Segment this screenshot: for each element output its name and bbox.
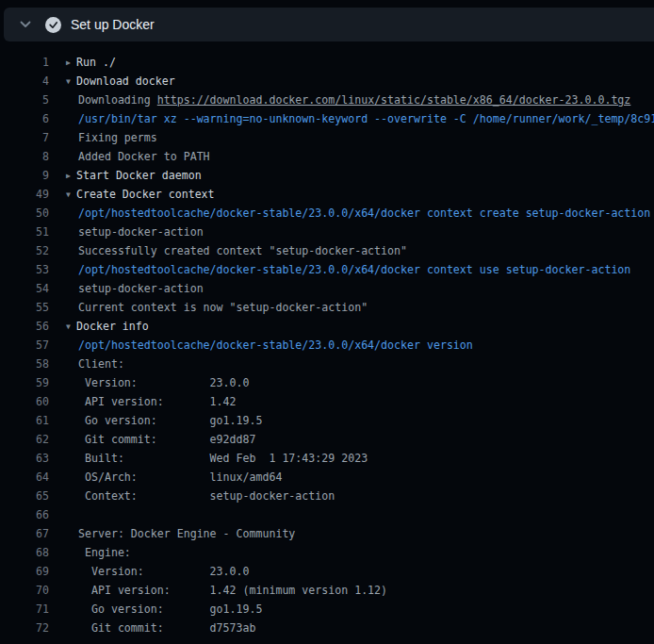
log-text: setup-docker-action [49, 223, 654, 241]
group-label: Run ./ [76, 56, 116, 69]
plain-text: API version: 1.42 [78, 395, 237, 408]
log-line: 52Successfully created context "setup-do… [0, 241, 654, 260]
line-number[interactable]: 8 [0, 147, 49, 166]
line-number[interactable]: 49 [0, 185, 49, 204]
plain-text: setup-docker-action [78, 282, 204, 295]
log-line: 70 API version: 1.42 (minimum version 1.… [0, 581, 654, 600]
line-number[interactable]: 62 [0, 430, 49, 449]
log-line: 8Added Docker to PATH [0, 147, 654, 166]
log-line: 64 OS/Arch: linux/amd64 [0, 468, 654, 487]
line-number[interactable]: 70 [0, 581, 49, 600]
log-text: OS/Arch: linux/amd64 [49, 468, 654, 487]
log-command-text: /opt/hostedtoolcache/docker-stable/23.0.… [49, 260, 654, 279]
line-number[interactable]: 71 [0, 600, 49, 619]
line-number[interactable]: 72 [0, 619, 49, 637]
line-number[interactable]: 68 [0, 543, 49, 562]
command-text: /opt/hostedtoolcache/docker-stable/23.0.… [78, 263, 630, 276]
line-number[interactable]: 58 [0, 355, 49, 373]
line-number[interactable]: 53 [0, 260, 49, 279]
plain-text: Current context is now "setup-docker-act… [78, 301, 368, 314]
log-line: 57/opt/hostedtoolcache/docker-stable/23.… [0, 336, 654, 355]
line-number[interactable]: 64 [0, 468, 49, 487]
group-expanded-icon[interactable]: ▼ [66, 186, 76, 204]
line-number[interactable]: 55 [0, 298, 49, 317]
line-number[interactable]: 50 [0, 204, 49, 223]
plain-text: Version: 23.0.0 [78, 565, 249, 578]
line-number[interactable]: 9 [0, 166, 49, 185]
line-number[interactable]: 65 [0, 487, 49, 505]
group-label: Download docker [76, 74, 175, 88]
plain-text: Git commit: e92dd87 [78, 433, 255, 446]
plain-text: API version: 1.42 (minimum version 1.12) [78, 584, 387, 597]
log-text: Downloading https://download.docker.com/… [49, 91, 654, 109]
command-text: /opt/hostedtoolcache/docker-stable/23.0.… [78, 206, 650, 220]
line-number[interactable]: 61 [0, 411, 49, 430]
group-collapsed-icon[interactable]: ▶ [66, 54, 76, 72]
log-line: 51setup-docker-action [0, 223, 654, 241]
log-text: Context: setup-docker-action [49, 487, 654, 505]
line-number[interactable]: 7 [0, 128, 49, 147]
log-link[interactable]: https://download.docker.com/linux/static… [157, 93, 631, 107]
log-line: 72 Git commit: d7573ab [0, 619, 654, 637]
log-text: Git commit: d7573ab [49, 619, 654, 637]
group-label: Docker info [76, 320, 149, 333]
line-number[interactable]: 52 [0, 241, 49, 260]
log-line: 63 Built: Wed Feb 1 17:43:29 2023 [0, 449, 654, 468]
log-text: Go version: go1.19.5 [49, 411, 654, 430]
plain-text: Built: Wed Feb 1 17:43:29 2023 [78, 452, 368, 465]
line-number[interactable]: 54 [0, 279, 49, 298]
group-collapsed-icon[interactable]: ▶ [66, 167, 76, 185]
plain-text: Fixing perms [78, 131, 157, 144]
log-text: API version: 1.42 (minimum version 1.12) [49, 581, 654, 600]
plain-text: Git commit: d7573ab [78, 621, 255, 635]
line-number[interactable]: 5 [0, 91, 49, 109]
log-text: Built: Wed Feb 1 17:43:29 2023 [49, 449, 654, 468]
log-line: 1▶Run ./ [0, 53, 654, 72]
log-group-header[interactable]: ▶Run ./ [49, 53, 654, 72]
group-expanded-icon[interactable]: ▼ [66, 73, 76, 91]
line-number[interactable]: 1 [0, 53, 49, 72]
chevron-down-icon[interactable] [15, 14, 36, 35]
log-line: 49▼Create Docker context [0, 185, 654, 204]
line-number[interactable]: 51 [0, 223, 49, 241]
log-text [49, 505, 654, 524]
line-number[interactable]: 67 [0, 524, 49, 543]
line-number[interactable]: 63 [0, 449, 49, 468]
line-number[interactable]: 59 [0, 373, 49, 392]
step-header[interactable]: Set up Docker [4, 8, 654, 41]
log-text: setup-docker-action [49, 279, 654, 298]
line-number[interactable]: 66 [0, 505, 49, 524]
log-text: Client: [49, 355, 654, 373]
log-line: 61 Go version: go1.19.5 [0, 411, 654, 430]
group-label: Start Docker daemon [76, 169, 202, 182]
log-command-text: /usr/bin/tar xz --warning=no-unknown-key… [49, 109, 654, 128]
log-text: Version: 23.0.0 [49, 562, 654, 581]
plain-text: Version: 23.0.0 [78, 376, 249, 389]
log-group-header[interactable]: ▼Docker info [49, 317, 654, 336]
log-line: 9▶Start Docker daemon [0, 166, 654, 185]
log-line: 5Downloading https://download.docker.com… [0, 91, 654, 109]
log-line: 62 Git commit: e92dd87 [0, 430, 654, 449]
log-line: 56▼Docker info [0, 317, 654, 336]
log-line: 53/opt/hostedtoolcache/docker-stable/23.… [0, 260, 654, 279]
log-text: Fixing perms [49, 128, 654, 147]
line-number[interactable]: 57 [0, 336, 49, 355]
plain-text: Go version: go1.19.5 [78, 603, 262, 616]
line-number[interactable]: 60 [0, 392, 49, 411]
plain-text: Added Docker to PATH [78, 150, 210, 163]
plain-text: Client: [78, 357, 124, 371]
log-line: 55Current context is now "setup-docker-a… [0, 298, 654, 317]
line-number[interactable]: 6 [0, 109, 49, 128]
plain-text: Go version: go1.19.5 [78, 414, 262, 427]
log-group-header[interactable]: ▶Start Docker daemon [49, 166, 654, 185]
plain-text: OS/Arch: linux/amd64 [78, 471, 282, 484]
log-group-header[interactable]: ▼Download docker [49, 72, 654, 91]
line-number[interactable]: 4 [0, 72, 49, 91]
line-number[interactable]: 56 [0, 317, 49, 336]
plain-text: Server: Docker Engine - Community [78, 527, 295, 540]
log-line: 4▼Download docker [0, 72, 654, 91]
group-expanded-icon[interactable]: ▼ [66, 318, 76, 336]
line-number[interactable]: 69 [0, 562, 49, 581]
log-line: 6/usr/bin/tar xz --warning=no-unknown-ke… [0, 109, 654, 128]
log-group-header[interactable]: ▼Create Docker context [49, 185, 654, 204]
